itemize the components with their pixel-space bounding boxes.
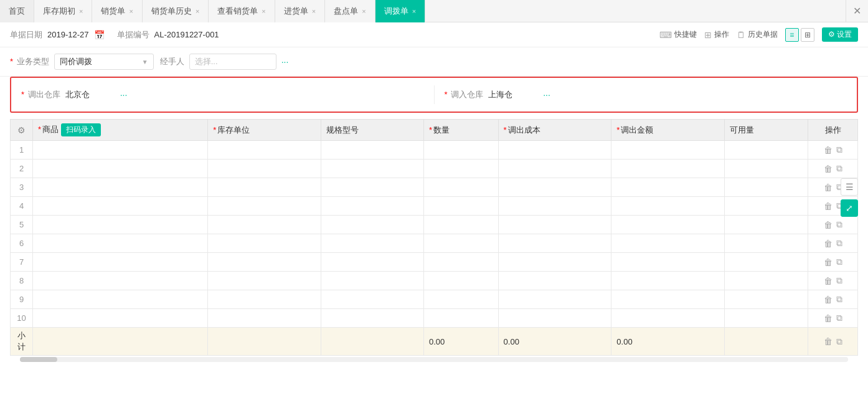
cell-cost[interactable] bbox=[498, 141, 611, 159]
cell-qty[interactable] bbox=[423, 216, 498, 234]
cell-qty[interactable] bbox=[423, 178, 498, 197]
cell-cost[interactable]: 0.00 bbox=[498, 328, 611, 356]
delete-row-icon[interactable]: 🗑 bbox=[824, 257, 833, 267]
cell-cost[interactable] bbox=[498, 178, 611, 197]
handler-input[interactable]: 选择... bbox=[189, 54, 276, 70]
cell-cost[interactable] bbox=[498, 159, 611, 178]
cell-amount[interactable] bbox=[611, 197, 725, 216]
cell-goods[interactable] bbox=[33, 290, 208, 309]
delete-row-icon[interactable]: 🗑 bbox=[824, 239, 833, 249]
cell-amount[interactable] bbox=[611, 141, 725, 159]
tab-home[interactable]: 首页 bbox=[0, 0, 34, 22]
tab-sales-history[interactable]: 销货单历史 × bbox=[143, 0, 209, 22]
cell-qty[interactable] bbox=[423, 159, 498, 178]
delete-row-icon[interactable]: 🗑 bbox=[824, 145, 833, 155]
tab-inventory-init[interactable]: 库存期初 × bbox=[34, 0, 92, 22]
cell-goods[interactable] bbox=[33, 216, 208, 234]
cell-cost[interactable] bbox=[498, 234, 611, 253]
cell-amount[interactable] bbox=[611, 290, 725, 309]
scrollbar-thumb[interactable] bbox=[20, 357, 57, 362]
delete-row-icon[interactable]: 🗑 bbox=[824, 313, 833, 323]
cell-qty[interactable]: 0.00 bbox=[423, 328, 498, 356]
cell-amount[interactable] bbox=[611, 234, 725, 253]
cell-goods[interactable] bbox=[33, 159, 208, 178]
settings-button[interactable]: ⚙ 设置 bbox=[822, 27, 858, 42]
tab-transfer-close[interactable]: × bbox=[412, 7, 416, 15]
cell-goods[interactable] bbox=[33, 328, 208, 356]
copy-row-icon[interactable]: ⧉ bbox=[836, 238, 842, 249]
tab-transfer[interactable]: 调拨单 × bbox=[375, 0, 425, 22]
cell-goods[interactable] bbox=[33, 309, 208, 328]
layout-grid-icon[interactable]: ⊞ bbox=[801, 28, 814, 42]
copy-row-icon[interactable]: ⧉ bbox=[836, 313, 842, 323]
cell-goods[interactable] bbox=[33, 253, 208, 272]
cell-goods[interactable] bbox=[33, 197, 208, 216]
horizontal-scrollbar[interactable] bbox=[20, 357, 848, 362]
cell-amount[interactable]: 0.00 bbox=[611, 328, 725, 356]
cell-cost[interactable] bbox=[498, 253, 611, 272]
tab-purchase[interactable]: 进货单 × bbox=[275, 0, 325, 22]
delete-row-icon[interactable]: 🗑 bbox=[824, 164, 833, 174]
delete-row-icon[interactable]: 🗑 bbox=[824, 336, 833, 346]
in-warehouse-more[interactable]: ··· bbox=[543, 90, 550, 100]
delete-row-icon[interactable]: 🗑 bbox=[824, 201, 833, 211]
copy-row-icon[interactable]: ⧉ bbox=[836, 163, 842, 174]
cell-goods[interactable] bbox=[33, 272, 208, 290]
cell-qty[interactable] bbox=[423, 253, 498, 272]
tab-inventory[interactable]: 盘点单 × bbox=[325, 0, 375, 22]
copy-row-icon[interactable]: ⧉ bbox=[836, 257, 842, 267]
float-expand-btn[interactable]: ⤢ bbox=[841, 199, 858, 217]
float-list-btn[interactable]: ☰ bbox=[841, 178, 858, 196]
tab-purchase-close[interactable]: × bbox=[312, 7, 316, 15]
handler-more-icon[interactable]: ··· bbox=[281, 57, 289, 67]
window-close-button[interactable]: ✕ bbox=[846, 0, 868, 22]
cell-cost[interactable] bbox=[498, 309, 611, 328]
tab-sales-order-close[interactable]: × bbox=[129, 7, 133, 15]
copy-row-icon[interactable]: ⧉ bbox=[836, 145, 842, 155]
tab-inventory-close[interactable]: × bbox=[362, 7, 366, 15]
cell-qty[interactable] bbox=[423, 309, 498, 328]
tab-view-sales-close[interactable]: × bbox=[262, 7, 265, 15]
tab-sales-history-close[interactable]: × bbox=[196, 7, 199, 15]
cell-qty[interactable] bbox=[423, 197, 498, 216]
cell-qty[interactable] bbox=[423, 234, 498, 253]
tab-sales-order[interactable]: 销货单 × bbox=[92, 0, 142, 22]
cell-qty[interactable] bbox=[423, 141, 498, 159]
delete-row-icon[interactable]: 🗑 bbox=[824, 220, 833, 230]
gear-icon[interactable]: ⚙ bbox=[17, 125, 26, 135]
copy-row-icon[interactable]: ⧉ bbox=[836, 294, 842, 305]
delete-row-icon[interactable]: 🗑 bbox=[824, 276, 833, 286]
cell-qty[interactable] bbox=[423, 290, 498, 309]
layout-list-icon[interactable]: ≡ bbox=[785, 28, 799, 42]
out-warehouse-more[interactable]: ··· bbox=[120, 90, 128, 100]
scan-button[interactable]: 扫码录入 bbox=[61, 123, 101, 136]
cell-qty[interactable] bbox=[423, 272, 498, 290]
row-number: 5 bbox=[11, 216, 33, 234]
cell-amount[interactable] bbox=[611, 178, 725, 197]
cell-goods[interactable] bbox=[33, 178, 208, 197]
copy-row-icon[interactable]: ⧉ bbox=[836, 219, 842, 230]
operations-btn[interactable]: ⊞ 操作 bbox=[704, 29, 729, 40]
cell-amount[interactable] bbox=[611, 159, 725, 178]
history-btn[interactable]: 🗒 历史单据 bbox=[737, 29, 778, 40]
cell-cost[interactable] bbox=[498, 216, 611, 234]
tab-inventory-init-close[interactable]: × bbox=[79, 7, 83, 15]
cell-amount[interactable] bbox=[611, 253, 725, 272]
tab-view-sales[interactable]: 查看销货单 × bbox=[209, 0, 275, 22]
calendar-icon[interactable]: 📅 bbox=[94, 30, 105, 40]
cell-cost[interactable] bbox=[498, 197, 611, 216]
th-gear[interactable]: ⚙ bbox=[11, 120, 33, 141]
biz-type-select[interactable]: 同价调拨 ▼ bbox=[54, 54, 154, 70]
copy-row-icon[interactable]: ⧉ bbox=[836, 275, 842, 286]
cell-cost[interactable] bbox=[498, 290, 611, 309]
shortcuts-btn[interactable]: ⌨ 快捷键 bbox=[659, 29, 697, 40]
cell-goods[interactable] bbox=[33, 234, 208, 253]
cell-amount[interactable] bbox=[611, 272, 725, 290]
copy-row-icon[interactable]: ⧉ bbox=[836, 336, 842, 347]
cell-amount[interactable] bbox=[611, 309, 725, 328]
cell-cost[interactable] bbox=[498, 272, 611, 290]
delete-row-icon[interactable]: 🗑 bbox=[824, 295, 833, 305]
delete-row-icon[interactable]: 🗑 bbox=[824, 183, 833, 193]
cell-amount[interactable] bbox=[611, 216, 725, 234]
cell-goods[interactable] bbox=[33, 141, 208, 159]
